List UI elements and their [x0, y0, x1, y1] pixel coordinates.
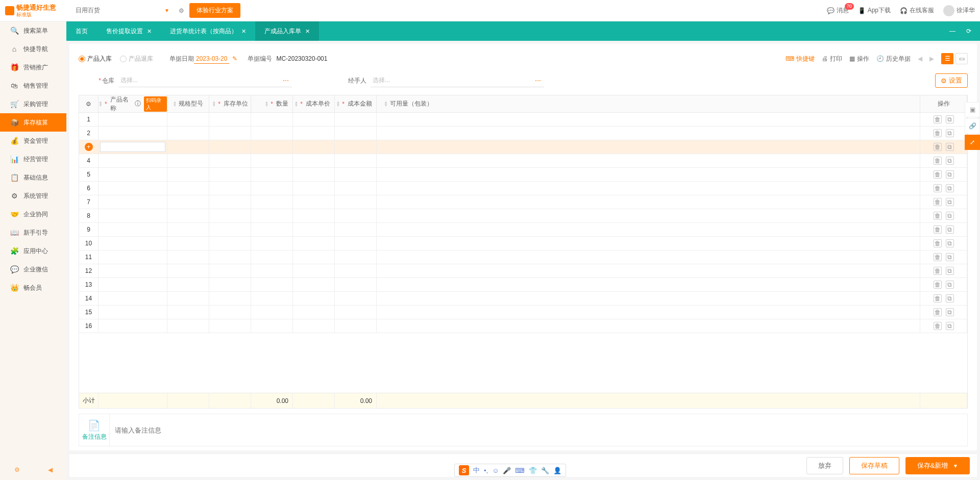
cell-amount[interactable]	[335, 195, 377, 209]
handler-select[interactable]: 选择... ⋯	[371, 74, 544, 87]
remark-input[interactable]	[110, 414, 967, 446]
cell-amount[interactable]	[335, 237, 377, 250]
cell-product-name[interactable]	[99, 306, 167, 319]
history-button[interactable]: 🕘 历史单据	[876, 55, 911, 63]
float-item-2[interactable]: 🔗	[965, 118, 980, 134]
next-doc-icon[interactable]: ▶	[929, 55, 934, 62]
sidebar-item-4[interactable]: 🛒采购管理	[0, 95, 66, 113]
cell-unit[interactable]	[209, 264, 251, 277]
cell-spec[interactable]	[167, 264, 209, 277]
warehouse-select[interactable]: 选择... ⋯	[118, 74, 292, 87]
cell-qty[interactable]	[251, 113, 293, 126]
cell-qty[interactable]	[251, 154, 293, 167]
cell-spec[interactable]	[167, 154, 209, 167]
cell-qty[interactable]	[251, 127, 293, 140]
print-button[interactable]: 🖨 打印	[822, 55, 842, 63]
cell-spec[interactable]	[167, 223, 209, 236]
cell-spec[interactable]	[167, 306, 209, 319]
add-row-icon[interactable]: +	[85, 143, 93, 151]
th-product-name[interactable]: ▲▼ *产品名称 ⓘ 扫码录入	[99, 95, 167, 112]
sidebar-item-2[interactable]: 🎁营销推广	[0, 58, 66, 77]
ime-skin-icon[interactable]: 👕	[529, 467, 537, 474]
copy-row-icon[interactable]: ⧉	[946, 212, 954, 220]
discard-button[interactable]: 放弃	[806, 457, 843, 474]
cell-price[interactable]	[293, 264, 335, 277]
table-row[interactable]: 16🗑⧉	[79, 319, 967, 333]
sidebar-item-1[interactable]: ⌂快捷导航	[0, 40, 66, 58]
cell-unit[interactable]	[209, 319, 251, 333]
cell-price[interactable]	[293, 209, 335, 222]
cell-qty[interactable]	[251, 278, 293, 291]
cell-amount[interactable]	[335, 113, 377, 126]
cell-spec[interactable]	[167, 182, 209, 195]
cell-spec[interactable]	[167, 278, 209, 291]
save-draft-button[interactable]: 保存草稿	[849, 457, 899, 474]
edit-date-icon[interactable]: ✎	[232, 55, 237, 62]
settings-button[interactable]: ⚙ 设置	[935, 73, 968, 88]
th-price[interactable]: ▲▼ *成本单价	[293, 95, 335, 112]
table-row[interactable]: 14🗑⧉	[79, 292, 967, 306]
cell-product-name[interactable]	[99, 319, 167, 333]
sidebar-item-6[interactable]: 💰资金管理	[0, 132, 66, 150]
table-row[interactable]: 13🗑⧉	[79, 278, 967, 292]
cell-available[interactable]	[377, 127, 920, 140]
view-card-icon[interactable]: ▭	[955, 53, 968, 64]
cell-qty[interactable]	[251, 292, 293, 305]
cell-qty[interactable]	[251, 223, 293, 236]
tab-3[interactable]: 产成品入库单✕	[255, 21, 319, 41]
table-row[interactable]: 12🗑⧉	[79, 264, 967, 278]
cell-amount[interactable]	[335, 250, 377, 264]
cell-amount[interactable]	[335, 140, 377, 154]
cell-amount[interactable]	[335, 127, 377, 140]
sidebar-item-11[interactable]: 📖新手引导	[0, 223, 66, 242]
copy-row-icon[interactable]: ⧉	[946, 253, 954, 261]
table-row[interactable]: 15🗑⧉	[79, 306, 967, 319]
delete-row-icon[interactable]: 🗑	[934, 267, 942, 275]
cell-spec[interactable]	[167, 209, 209, 222]
copy-row-icon[interactable]: ⧉	[946, 129, 954, 137]
copy-row-icon[interactable]: ⧉	[946, 198, 954, 206]
cell-spec[interactable]	[167, 168, 209, 181]
cell-amount[interactable]	[335, 168, 377, 181]
table-row[interactable]: 9🗑⧉	[79, 223, 967, 237]
save-new-button[interactable]: 保存&新增 ▼	[905, 457, 970, 474]
table-row[interactable]: 10🗑⧉	[79, 237, 967, 250]
cell-available[interactable]	[377, 195, 920, 209]
product-name-input[interactable]	[100, 142, 165, 152]
cell-available[interactable]	[377, 182, 920, 195]
cell-unit[interactable]	[209, 237, 251, 250]
cell-product-name[interactable]	[99, 237, 167, 250]
copy-row-icon[interactable]: ⧉	[946, 239, 954, 247]
cell-product-name[interactable]	[99, 209, 167, 222]
table-row[interactable]: 7🗑⧉	[79, 195, 967, 209]
cell-spec[interactable]	[167, 292, 209, 305]
delete-row-icon[interactable]: 🗑	[934, 198, 942, 206]
cell-unit[interactable]	[209, 168, 251, 181]
cell-qty[interactable]	[251, 182, 293, 195]
sidebar-item-12[interactable]: 🧩应用中心	[0, 242, 66, 260]
cell-unit[interactable]	[209, 292, 251, 305]
tab-close-icon[interactable]: ✕	[305, 28, 310, 35]
cell-qty[interactable]	[251, 195, 293, 209]
table-row[interactable]: 11🗑⧉	[79, 250, 967, 264]
cell-amount[interactable]	[335, 264, 377, 277]
delete-row-icon[interactable]: 🗑	[934, 129, 942, 137]
ime-smile-icon[interactable]: ☺	[492, 467, 499, 474]
cell-spec[interactable]	[167, 113, 209, 126]
cell-product-name[interactable]	[99, 264, 167, 277]
cell-unit[interactable]	[209, 306, 251, 319]
delete-row-icon[interactable]: 🗑	[934, 170, 942, 179]
cell-unit[interactable]	[209, 195, 251, 209]
shortcut-link[interactable]: ⌨ 快捷键	[786, 55, 815, 63]
cell-qty[interactable]	[251, 319, 293, 333]
delete-row-icon[interactable]: 🗑	[934, 157, 942, 165]
table-row[interactable]: 5🗑⧉	[79, 168, 967, 182]
delete-row-icon[interactable]: 🗑	[934, 212, 942, 220]
copy-row-icon[interactable]: ⧉	[946, 294, 954, 302]
sidebar-item-7[interactable]: 📊经营管理	[0, 150, 66, 168]
cell-available[interactable]	[377, 264, 920, 277]
cell-qty[interactable]	[251, 237, 293, 250]
cell-unit[interactable]	[209, 250, 251, 264]
cell-price[interactable]	[293, 154, 335, 167]
cell-available[interactable]	[377, 292, 920, 305]
